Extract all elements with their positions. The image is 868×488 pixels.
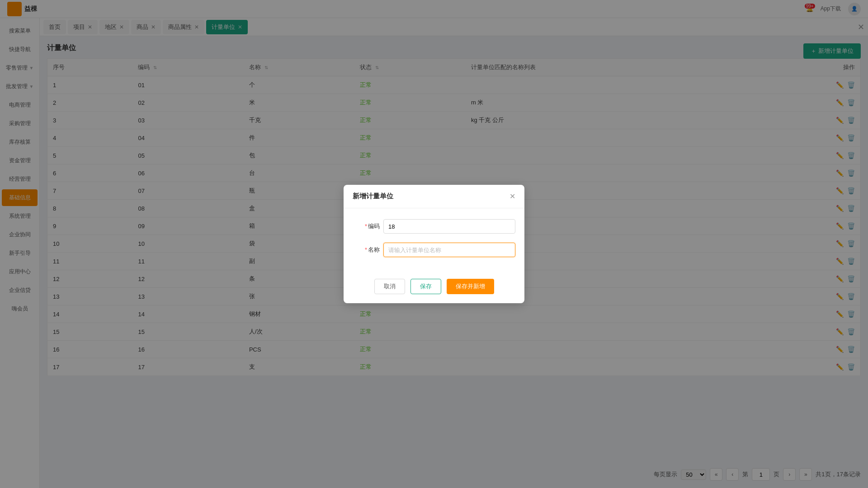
modal-close-button[interactable]: ✕ (509, 192, 515, 201)
form-row-code: *编码 (353, 219, 515, 234)
save-and-new-button[interactable]: 保存并新增 (447, 279, 494, 294)
modal-body: *编码 *名称 (344, 208, 524, 273)
name-required-mark: * (365, 246, 367, 253)
name-label: *名称 (353, 246, 380, 254)
name-input[interactable] (383, 243, 515, 257)
modal-overlay[interactable]: 新增计量单位 ✕ *编码 *名称 取消 保存 保存并新增 (0, 0, 868, 488)
add-measure-unit-modal: 新增计量单位 ✕ *编码 *名称 取消 保存 保存并新增 (344, 185, 524, 303)
code-input[interactable] (383, 219, 515, 234)
modal-title: 新增计量单位 (353, 192, 393, 201)
modal-footer: 取消 保存 保存并新增 (344, 273, 524, 303)
form-row-name: *名称 (353, 243, 515, 257)
code-required-mark: * (365, 223, 367, 230)
modal-header: 新增计量单位 ✕ (344, 185, 524, 208)
code-label: *编码 (353, 222, 380, 230)
cancel-button[interactable]: 取消 (374, 279, 405, 294)
save-button[interactable]: 保存 (410, 279, 441, 294)
